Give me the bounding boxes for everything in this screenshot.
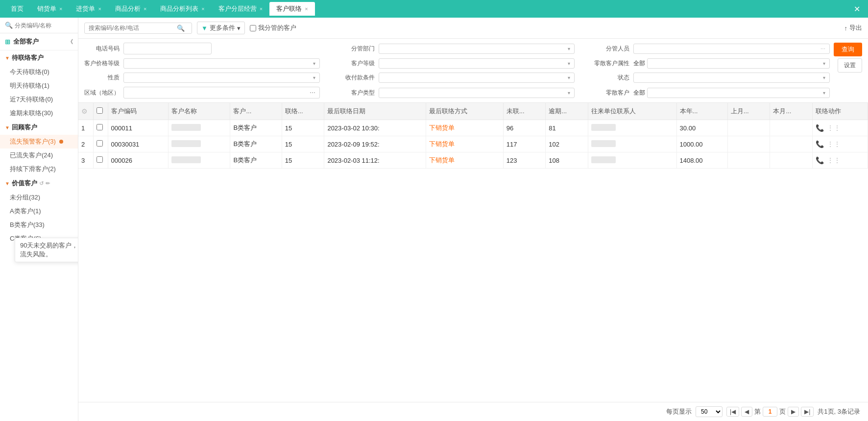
prev-page-button[interactable]: ◀ (741, 407, 752, 417)
section-pending-contact[interactable]: ▼ 待联络客户 (0, 50, 78, 65)
row-last-date: 2023-02-03 11:12: (324, 152, 426, 169)
search-input[interactable] (89, 25, 177, 31)
section-value-customers[interactable]: ▼ 价值客户 ↺ ✏ (0, 176, 78, 191)
customer-type-select[interactable]: ▾ (379, 88, 575, 98)
zero-attr-select[interactable]: ▾ (647, 58, 830, 69)
region-select[interactable]: ⋯ (123, 87, 320, 99)
edit-icon[interactable]: ✏ (46, 180, 50, 187)
col-contact-abbr: 联络... (282, 103, 324, 120)
row-index: 3 (78, 152, 93, 169)
person-select[interactable]: ⋯ (633, 44, 830, 54)
first-page-button[interactable]: |◀ (726, 407, 739, 417)
phone-input[interactable] (123, 43, 212, 54)
next-page-button[interactable]: ▶ (788, 407, 799, 417)
row-actions[interactable]: 📞 ⋮⋮ (813, 136, 868, 152)
row-this-year: 1408.00 (676, 152, 727, 169)
tab-home[interactable]: 首页 (4, 2, 30, 16)
export-icon: ↑ (844, 25, 848, 32)
sidebar-item-overdue-pending[interactable]: 逾期未联络(30) (0, 106, 78, 120)
warning-dot (59, 140, 63, 144)
sidebar-item-churn-warning[interactable]: 流失预警客户(3) (0, 135, 78, 149)
query-button[interactable]: 查询 (834, 43, 862, 56)
row-checkbox[interactable] (93, 136, 108, 152)
filter-payment: 收付款条件 ▾ (339, 73, 575, 83)
tab-close-sales-order[interactable]: × (59, 6, 62, 12)
tab-close-product-analysis-list[interactable]: × (201, 6, 204, 12)
row-unit-contact (588, 136, 676, 152)
action-phone-icon[interactable]: 📞 (816, 156, 824, 164)
page-number-input[interactable] (763, 407, 777, 417)
search-submit-icon[interactable]: 🔍 (177, 25, 185, 32)
customer-type-chevron-icon: ▾ (568, 90, 570, 96)
settings-button[interactable]: 设置 (838, 58, 862, 73)
sidebar-item-tomorrow-pending[interactable]: 明天待联络(1) (0, 79, 78, 93)
table-settings-gear-icon[interactable]: ⚙ (81, 107, 88, 115)
zero-customer-select[interactable]: ▾ (647, 88, 830, 98)
row-last-date: 2023-03-02 10:30: (324, 120, 426, 136)
section-review-customers[interactable]: ▼ 回顾客户 (0, 120, 78, 135)
sidebar-item-today-pending[interactable]: 今天待联络(0) (0, 65, 78, 79)
tab-customer-contact[interactable]: 客户联络 × (269, 2, 314, 16)
region-more-icon[interactable]: ⋯ (310, 89, 315, 96)
sidebar-item-declining[interactable]: 持续下滑客户(2) (0, 162, 78, 176)
my-customers-checkbox[interactable] (250, 25, 256, 31)
row-no-contact: 117 (503, 136, 546, 152)
customer-level-select[interactable]: ▾ (379, 58, 575, 69)
window-close-button[interactable]: ✕ (850, 4, 864, 14)
last-page-button[interactable]: ▶| (801, 407, 814, 417)
refresh-icon[interactable]: ↺ (39, 180, 44, 187)
more-conditions-button[interactable]: ▼ 更多条件 ▾ (197, 22, 245, 34)
sidebar-search-icon: 🔍 (5, 22, 13, 29)
col-unit-contact: 往来单位联系人 (588, 103, 676, 120)
row-checkbox[interactable] (93, 120, 108, 136)
export-button[interactable]: ↑ 导出 (844, 24, 863, 32)
page-size-select[interactable]: 50 100 200 (696, 406, 723, 417)
sidebar-item-ungrouped[interactable]: 未分组(32) (0, 191, 78, 204)
row-last-method[interactable]: 下销货单 (426, 120, 503, 136)
action-phone-icon[interactable]: 📞 (816, 124, 824, 132)
status-select[interactable]: ▾ (633, 73, 830, 83)
filter-row-4: 区域（地区） ⋯ 客户类型 ▾ (84, 87, 830, 99)
action-menu-icon[interactable]: ⋮⋮ (827, 124, 841, 132)
gender-select[interactable]: ▾ (123, 73, 320, 83)
tab-close-purchase-order[interactable]: × (98, 6, 101, 12)
sidebar-all-customers[interactable]: ⊞ 全部客户 《 (0, 33, 78, 50)
filter-zero-customer: 零散客户 全部 ▾ (594, 88, 830, 98)
row-checkbox[interactable] (93, 152, 108, 169)
sidebar-item-churned[interactable]: 已流失客户(24) (0, 149, 78, 162)
search-input-wrap: 🔍 (84, 23, 192, 34)
payment-select[interactable]: ▾ (379, 73, 575, 83)
tab-purchase-order[interactable]: 进货单 × (69, 2, 108, 16)
col-this-year-abbr: 本年... (676, 103, 727, 120)
sidebar-item-class-a[interactable]: A类客户(1) (0, 204, 78, 218)
action-menu-icon[interactable]: ⋮⋮ (827, 140, 841, 148)
tab-sales-order[interactable]: 销货单 × (30, 2, 69, 16)
tooltip-review: 90天未交易的客户，可能有流失风险。 (15, 238, 78, 262)
sidebar-item-class-b[interactable]: B类客户(33) (0, 218, 78, 232)
status-chevron-icon: ▾ (823, 75, 825, 80)
tab-close-product-analysis[interactable]: × (144, 6, 146, 12)
action-menu-icon[interactable]: ⋮⋮ (827, 156, 841, 164)
col-gear[interactable]: ⚙ (78, 103, 93, 120)
row-actions[interactable]: 📞 ⋮⋮ (813, 120, 868, 136)
dept-select[interactable]: ▾ (379, 44, 575, 54)
row-actions[interactable]: 📞 ⋮⋮ (813, 152, 868, 169)
sidebar-item-7day-pending[interactable]: 近7天待联络(0) (0, 93, 78, 106)
tab-customer-tier[interactable]: 客户分层经营 × (212, 2, 269, 16)
tab-close-customer-tier[interactable]: × (260, 6, 263, 12)
sidebar-search-input[interactable] (15, 22, 78, 29)
row-this-month (770, 136, 813, 152)
col-overdue-abbr: 逾期... (546, 103, 588, 120)
tab-product-analysis-list[interactable]: 商品分析列表 × (153, 2, 211, 16)
table-header-row: ⚙ 客户编码 客户名称 客户... 联络... 最后联络日期 最后联络方式 未联… (78, 103, 868, 120)
row-this-month (770, 152, 813, 169)
price-level-select[interactable]: ▾ (123, 58, 320, 69)
select-all-checkbox[interactable] (96, 107, 103, 114)
filter-row-1: 电话号码 分管部门 ▾ 分管人员 (84, 43, 830, 54)
row-last-method[interactable]: 下销货单 (426, 136, 503, 152)
tab-product-analysis[interactable]: 商品分析 × (108, 2, 153, 16)
tab-close-customer-contact[interactable]: × (305, 6, 308, 12)
row-last-method[interactable]: 下销货单 (426, 152, 503, 169)
action-phone-icon[interactable]: 📞 (816, 140, 824, 148)
col-checkbox[interactable] (93, 103, 108, 120)
